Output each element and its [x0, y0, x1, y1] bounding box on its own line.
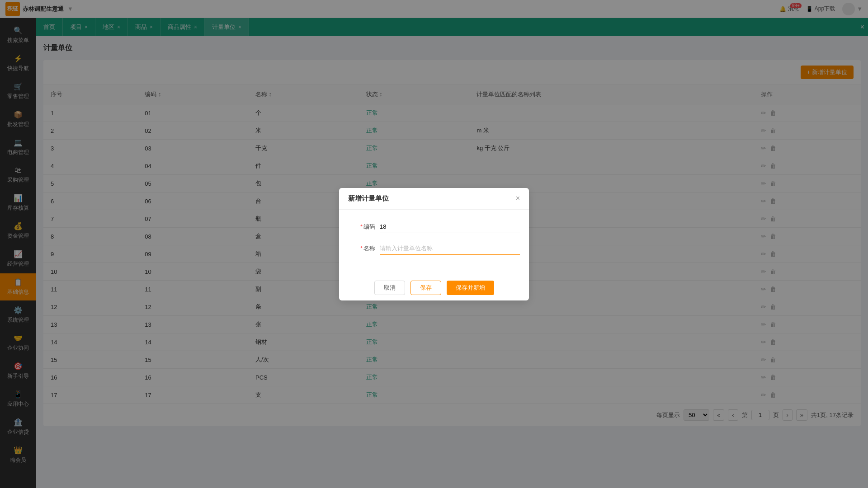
name-input[interactable] — [380, 242, 520, 255]
code-input[interactable] — [380, 221, 520, 233]
modal-header: 新增计量单位 × — [339, 188, 529, 210]
name-label: *名称 — [348, 244, 375, 253]
modal-title: 新增计量单位 — [348, 194, 389, 203]
modal-overlay[interactable]: 新增计量单位 × *编码 *名称 取消 保存 保存并新增 — [0, 0, 868, 488]
modal-body: *编码 *名称 — [339, 210, 529, 275]
cancel-button[interactable]: 取消 — [374, 281, 405, 295]
save-button[interactable]: 保存 — [410, 281, 441, 295]
save-and-new-button[interactable]: 保存并新增 — [447, 281, 494, 295]
name-form-row: *名称 — [348, 242, 520, 255]
modal-close-button[interactable]: × — [516, 194, 520, 202]
code-required-star: * — [360, 223, 363, 230]
modal-footer: 取消 保存 保存并新增 — [339, 275, 529, 300]
code-form-row: *编码 — [348, 221, 520, 233]
name-required-star: * — [360, 245, 363, 252]
code-label: *编码 — [348, 223, 375, 231]
add-unit-modal: 新增计量单位 × *编码 *名称 取消 保存 保存并新增 — [339, 188, 529, 300]
